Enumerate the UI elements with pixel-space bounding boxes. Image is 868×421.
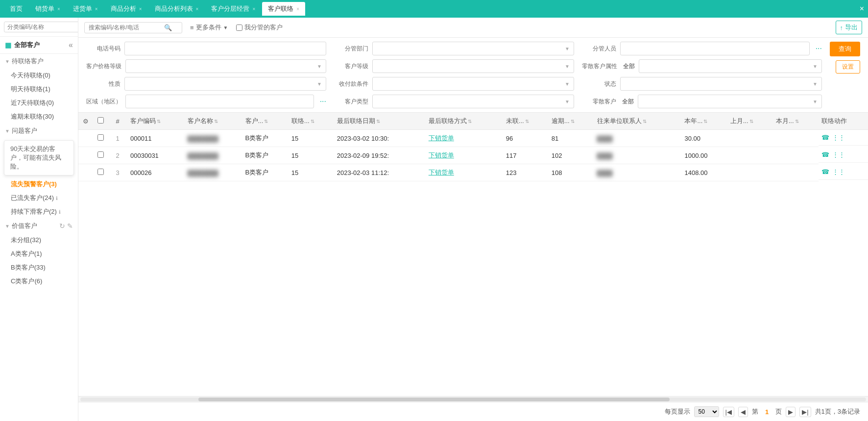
- scrollbar-thumb[interactable]: [198, 397, 670, 401]
- customer-level-select[interactable]: ▼: [372, 59, 574, 73]
- sidebar-item-a-class[interactable]: A类客户(1): [0, 247, 78, 261]
- first-page-btn[interactable]: |◀: [723, 407, 734, 417]
- settings-button[interactable]: 设置: [836, 60, 860, 74]
- row-action[interactable]: ☎ ⋮⋮: [819, 147, 868, 163]
- sidebar-item-today[interactable]: 今天待联络(0): [0, 69, 78, 82]
- row-select-checkbox[interactable]: [97, 169, 104, 175]
- query-button[interactable]: 查询: [830, 42, 860, 56]
- more-action-icon[interactable]: ⋮⋮: [832, 151, 845, 158]
- per-page-select[interactable]: 50 100: [694, 406, 719, 417]
- row-this-year: 1408.00: [681, 164, 727, 181]
- region-select[interactable]: [125, 95, 314, 108]
- contact-icon[interactable]: ☎: [821, 134, 829, 141]
- export-button[interactable]: ↑ 导出: [836, 21, 863, 34]
- col-unit-contact[interactable]: 往来单位联系人⇅: [594, 113, 682, 130]
- close-icon[interactable]: ×: [139, 6, 142, 12]
- row-select-checkbox[interactable]: [97, 134, 104, 141]
- manager-select[interactable]: [620, 42, 810, 55]
- row-action[interactable]: ☎ ⋮⋮: [819, 130, 868, 146]
- tab-analysis-list[interactable]: 商品分析列表 ×: [149, 2, 205, 16]
- row-checkbox[interactable]: [93, 147, 108, 164]
- dept-select[interactable]: ▼: [372, 42, 574, 55]
- status-select[interactable]: ▼: [620, 77, 822, 91]
- tab-customer-tier[interactable]: 客户分层经营 ×: [205, 2, 261, 16]
- sidebar-item-churned[interactable]: 已流失客户(24) ℹ: [0, 191, 78, 205]
- gender-select[interactable]: ▼: [124, 77, 326, 91]
- mine-checkbox[interactable]: [236, 25, 242, 31]
- contact-icon[interactable]: ☎: [821, 151, 829, 158]
- col-contact[interactable]: 联络...⇅: [289, 113, 334, 130]
- current-page: 1: [762, 407, 772, 417]
- prev-page-btn[interactable]: ◀: [738, 407, 748, 417]
- more-conditions-btn[interactable]: ≡ 更多条件 ▼: [186, 21, 232, 34]
- sidebar-group-pending[interactable]: ▼ 待联络客户: [0, 54, 78, 69]
- col-this-year[interactable]: 本年...⇅: [681, 113, 727, 130]
- sidebar-search-input[interactable]: [4, 22, 78, 32]
- price-level-select[interactable]: ▼: [125, 59, 326, 73]
- status-field: 状态 ▼: [582, 77, 822, 91]
- sidebar-group-value[interactable]: ▼ 价值客户 ↻ ✎: [0, 219, 78, 233]
- tab-sales[interactable]: 销货单 ×: [29, 2, 66, 16]
- sidebar-item-week[interactable]: 近7天待联络(0): [0, 96, 78, 110]
- sidebar-item-overdue[interactable]: 逾期未联络(30): [0, 110, 78, 124]
- row-last-way[interactable]: 下销货单: [426, 130, 503, 147]
- tab-home[interactable]: 首页: [4, 2, 28, 16]
- window-close-icon[interactable]: ×: [860, 4, 864, 13]
- mine-filter[interactable]: 我分管的客户: [236, 23, 283, 32]
- close-icon[interactable]: ×: [95, 6, 98, 12]
- close-icon[interactable]: ×: [57, 6, 60, 12]
- col-type[interactable]: 客户...⇅: [242, 113, 289, 130]
- sidebar-item-declining[interactable]: 持续下滑客户(2) ℹ: [0, 205, 78, 219]
- horizontal-scrollbar[interactable]: [78, 396, 868, 402]
- close-icon[interactable]: ×: [296, 6, 299, 12]
- customer-type-select[interactable]: ▼: [372, 95, 574, 108]
- col-overdue[interactable]: 逾期...⇅: [549, 113, 594, 130]
- table-row: 3 000026 ████████ B类客户 15 2023-02-03 11:…: [78, 164, 868, 181]
- col-last-date[interactable]: 最后联络日期⇅: [334, 113, 426, 130]
- row-checkbox[interactable]: [93, 130, 108, 147]
- row-select-checkbox[interactable]: [97, 151, 104, 158]
- edit-icon[interactable]: ✎: [67, 222, 73, 230]
- close-icon[interactable]: ×: [252, 6, 255, 12]
- more-dots-icon[interactable]: ···: [320, 97, 326, 106]
- tab-customer-contact[interactable]: 客户联络 ×: [262, 2, 305, 16]
- col-last-month[interactable]: 上月...⇅: [727, 113, 773, 130]
- col-not-contact[interactable]: 未联...⇅: [503, 113, 549, 130]
- payment-select[interactable]: ▼: [372, 77, 574, 91]
- row-action[interactable]: ☎ ⋮⋮: [819, 164, 868, 180]
- col-this-month[interactable]: 本月...⇅: [773, 113, 819, 130]
- more-dots-icon[interactable]: ···: [816, 44, 822, 53]
- search-icon[interactable]: 🔍: [164, 24, 172, 31]
- more-action-icon[interactable]: ⋮⋮: [832, 134, 845, 141]
- contact-icon[interactable]: ☎: [821, 168, 829, 175]
- sidebar-item-ungrouped[interactable]: 未分组(32): [0, 233, 78, 247]
- tab-analysis[interactable]: 商品分析 ×: [105, 2, 148, 16]
- col-settings[interactable]: ⚙: [78, 113, 93, 130]
- sidebar-all-customers[interactable]: ▦ 全部客户 «: [0, 37, 78, 54]
- row-last-way[interactable]: 下销货单: [426, 147, 503, 164]
- row-last-way[interactable]: 下销货单: [426, 164, 503, 181]
- more-action-icon[interactable]: ⋮⋮: [832, 168, 845, 175]
- sidebar-item-c-class[interactable]: C类客户(6): [0, 274, 78, 288]
- refresh-icon[interactable]: ↻: [59, 222, 65, 230]
- sidebar-item-churn-warning[interactable]: 流失预警客户(3): [0, 177, 78, 191]
- search-input[interactable]: [89, 24, 162, 31]
- zero-customer-field: 零散客户 全部 ▼: [582, 95, 822, 108]
- collapse-icon[interactable]: «: [69, 41, 73, 50]
- next-page-btn[interactable]: ▶: [786, 407, 796, 417]
- col-code[interactable]: 客户编码⇅: [127, 113, 185, 130]
- col-checkbox[interactable]: [93, 113, 108, 130]
- last-page-btn[interactable]: ▶|: [799, 407, 811, 417]
- zero-attr-select[interactable]: ▼: [639, 59, 822, 73]
- sidebar-item-tomorrow[interactable]: 明天待联络(1): [0, 82, 78, 96]
- col-last-way[interactable]: 最后联络方式⇅: [426, 113, 503, 130]
- zero-customer-select[interactable]: ▼: [638, 95, 822, 108]
- phone-input[interactable]: [124, 42, 326, 55]
- select-all-checkbox[interactable]: [97, 117, 104, 124]
- col-name[interactable]: 客户名称⇅: [185, 113, 242, 130]
- tab-purchase[interactable]: 进货单 ×: [67, 2, 104, 16]
- row-checkbox[interactable]: [93, 164, 108, 181]
- sidebar-group-problem[interactable]: ▼ 问题客户: [0, 124, 78, 138]
- close-icon[interactable]: ×: [196, 6, 199, 12]
- sidebar-item-b-class[interactable]: B类客户(33): [0, 261, 78, 274]
